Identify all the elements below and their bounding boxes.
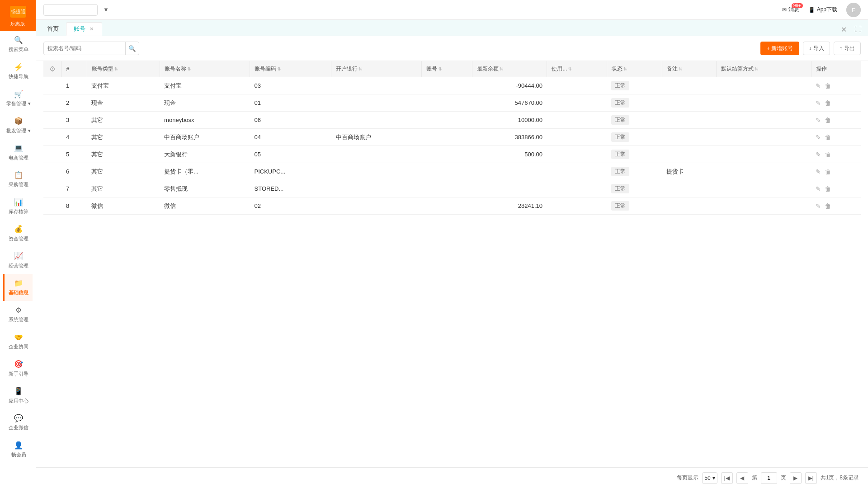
cell-bank-3: 中百商场账户 (331, 129, 421, 146)
page-size-select[interactable]: 50 ▾ (702, 472, 717, 484)
tab-account-close[interactable]: ✕ (88, 26, 94, 32)
delete-icon-1[interactable]: 🗑 (825, 99, 831, 107)
edit-icon-5[interactable]: ✎ (816, 168, 821, 175)
gear-icon[interactable]: ⚙ (49, 65, 56, 73)
delete-icon-6[interactable]: 🗑 (825, 185, 831, 192)
sidebar-label-0: 搜索菜单 (9, 46, 28, 53)
col-usage[interactable]: 使用...⇅ (547, 61, 607, 77)
cell-code-1: 01 (250, 94, 331, 112)
tab-account[interactable]: 账号 ✕ (66, 22, 102, 36)
cell-usage-1 (547, 94, 607, 112)
page-size-dropdown-icon: ▾ (712, 475, 715, 481)
window-expand-btn[interactable]: ⛶ (852, 23, 864, 36)
search-input[interactable] (44, 45, 125, 52)
sidebar-item-13[interactable]: 📱 应用中心 (3, 382, 32, 409)
sidebar-item-10[interactable]: ⚙ 系统管理 (3, 301, 32, 328)
cell-name-0: 支付宝 (160, 77, 250, 94)
col-type[interactable]: 账号类型⇅ (87, 61, 160, 77)
col-balance[interactable]: 最新余额⇅ (472, 61, 547, 77)
cell-remark-0 (662, 77, 716, 94)
delete-icon-7[interactable]: 🗑 (825, 202, 831, 210)
header-dropdown[interactable]: ▼ (103, 6, 109, 13)
sidebar-icon-14: 💬 (14, 413, 23, 423)
delete-icon-3[interactable]: 🗑 (825, 134, 831, 141)
sidebar-icon-10: ⚙ (15, 305, 22, 315)
cell-name-1: 现金 (160, 94, 250, 112)
sidebar-item-0[interactable]: 🔍 搜索菜单 (3, 31, 32, 58)
toolbar-right: + 新增账号 ↓ 导入 ↑ 导出 (760, 42, 861, 55)
sidebar-item-9[interactable]: 📁 基础信息 (3, 274, 32, 301)
sidebar-item-15[interactable]: 👤 畅会员 (3, 436, 32, 463)
page-last-btn[interactable]: ▶| (805, 472, 817, 484)
page-size-value: 50 (704, 475, 710, 481)
cell-type-5: 其它 (87, 163, 160, 180)
delete-icon-0[interactable]: 🗑 (825, 82, 831, 89)
import-button[interactable]: ↓ 导入 (803, 42, 830, 55)
col-name[interactable]: 账号名称⇅ (160, 61, 250, 77)
page-first-btn[interactable]: |◀ (721, 472, 733, 484)
col-default-settlement[interactable]: 默认结算方式⇅ (716, 61, 811, 77)
sidebar-item-14[interactable]: 💬 企业微信 (3, 409, 32, 436)
avatar[interactable]: E (846, 3, 861, 17)
cell-usage-0 (547, 77, 607, 94)
sidebar-item-8[interactable]: 📈 经营管理 (3, 247, 32, 274)
page-prev-btn[interactable]: ◀ (736, 472, 748, 484)
cell-remark-4 (662, 146, 716, 163)
cell-remark-5: 提货卡 (662, 163, 716, 180)
export-button[interactable]: ↑ 导出 (834, 42, 861, 55)
toolbar: 🔍 + 新增账号 ↓ 导入 ↑ 导出 (36, 36, 868, 61)
sidebar-icon-1: ⚡ (14, 62, 23, 72)
sidebar-item-2[interactable]: 🛒 零售管理 ▾ (3, 85, 32, 112)
edit-icon-0[interactable]: ✎ (816, 82, 821, 89)
header-search-input[interactable] (43, 4, 98, 16)
sidebar-icon-6: 📊 (14, 197, 23, 207)
sidebar-item-6[interactable]: 📊 库存核算 (3, 193, 32, 220)
edit-icon-3[interactable]: ✎ (816, 134, 821, 141)
sidebar-item-4[interactable]: 💻 电商管理 (3, 139, 32, 166)
edit-icon-6[interactable]: ✎ (816, 185, 821, 192)
cell-type-2: 其它 (87, 112, 160, 129)
cell-status-3: 正常 (607, 129, 662, 146)
app-download-button[interactable]: 📱 App下载 (808, 6, 837, 14)
message-button[interactable]: ✉ 消息 99+ (782, 6, 799, 14)
tab-home[interactable]: 首页 (40, 22, 66, 36)
cell-code-0: 03 (250, 77, 331, 94)
content-area: 🔍 + 新增账号 ↓ 导入 ↑ 导出 (36, 36, 868, 488)
main-area: ▼ ✉ 消息 99+ 📱 App下载 E 首页 账号 ✕ (36, 0, 868, 488)
page-number-input[interactable] (761, 472, 777, 484)
col-code[interactable]: 账号编码⇅ (250, 61, 331, 77)
delete-icon-2[interactable]: 🗑 (825, 117, 831, 124)
edit-icon-7[interactable]: ✎ (816, 202, 821, 210)
add-account-button[interactable]: + 新增账号 (760, 42, 799, 55)
col-account[interactable]: 账号⇅ (421, 61, 472, 77)
delete-icon-5[interactable]: 🗑 (825, 168, 831, 175)
sidebar-label-2: 零售管理 ▾ (6, 100, 30, 107)
cell-name-6: 零售抵现 (160, 180, 250, 197)
col-settings[interactable]: ⚙ (43, 61, 61, 77)
cell-balance-6 (472, 180, 547, 197)
sidebar-icon-3: 📦 (14, 116, 23, 126)
sidebar-item-5[interactable]: 📋 采购管理 (3, 166, 32, 193)
table-header-row: ⚙ # 账号类型⇅ 账号名称⇅ 账号编码⇅ 开户银行⇅ 账号⇅ 最新余额⇅ 使用… (43, 61, 861, 77)
page-next-btn[interactable]: ▶ (790, 472, 802, 484)
table-wrap: ⚙ # 账号类型⇅ 账号名称⇅ 账号编码⇅ 开户银行⇅ 账号⇅ 最新余额⇅ 使用… (36, 61, 868, 467)
cell-type-0: 支付宝 (87, 77, 160, 94)
sidebar-label-8: 经营管理 (9, 263, 28, 269)
col-bank[interactable]: 开户银行⇅ (331, 61, 421, 77)
edit-icon-4[interactable]: ✎ (816, 151, 821, 158)
window-close-btn[interactable]: ✕ (837, 23, 850, 36)
edit-icon-2[interactable]: ✎ (816, 117, 821, 124)
sidebar-item-3[interactable]: 📦 批发管理 ▾ (3, 112, 32, 139)
search-button[interactable]: 🔍 (125, 42, 139, 55)
delete-icon-4[interactable]: 🗑 (825, 151, 831, 158)
sidebar-item-12[interactable]: 🎯 新手引导 (3, 355, 32, 382)
sidebar-item-11[interactable]: 🤝 企业协同 (3, 328, 32, 355)
sidebar-item-7[interactable]: 💰 资金管理 (3, 220, 32, 247)
cell-remark-1 (662, 94, 716, 112)
edit-icon-1[interactable]: ✎ (816, 99, 821, 107)
sidebar-item-1[interactable]: ⚡ 快捷导航 (3, 58, 32, 85)
col-remark[interactable]: 备注⇅ (662, 61, 716, 77)
cell-account-1 (421, 94, 472, 112)
col-status[interactable]: 状态⇅ (607, 61, 662, 77)
cell-type-1: 现金 (87, 94, 160, 112)
